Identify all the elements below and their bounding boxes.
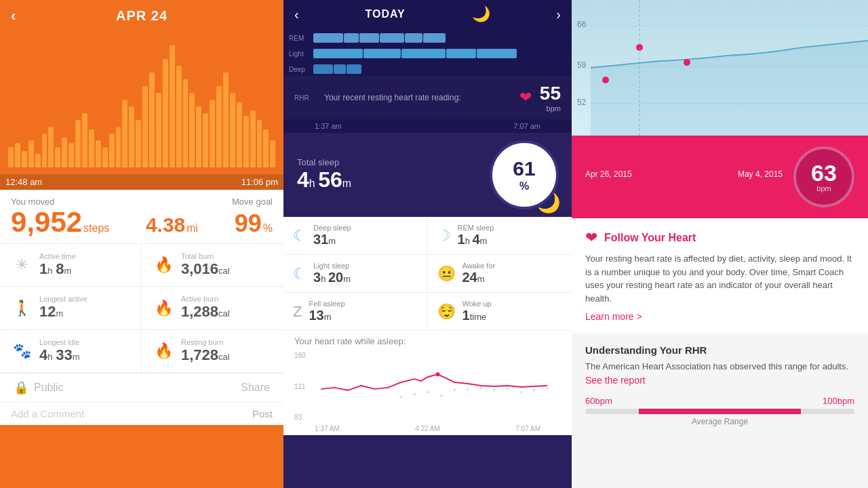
rhr-u-body: The American Heart Association has obser… (585, 360, 854, 388)
rhr-text: Your recent resting heart rate reading: (324, 92, 511, 104)
miles-value: 4.38 (146, 214, 185, 236)
resting-burn-icon: 🔥 (151, 339, 176, 363)
stat-longest-idle-info: Longest idle 4h 33m (39, 338, 80, 364)
stat-active-burn-info: Active burn 1,288cal (181, 295, 230, 321)
follow-body: Your resting heart rate is affected by d… (585, 252, 854, 305)
resting-burn-label: Resting burn (181, 338, 230, 346)
deep-label: Deep (289, 66, 313, 73)
pink-card-content: Apr 26, 2015 May 4, 2015 (585, 169, 783, 184)
woke-up-cell: 😌 Woke up 1time (428, 293, 572, 331)
rem-sleep-icon: ☽ (437, 227, 451, 245)
bar (96, 140, 101, 167)
comment-input[interactable]: Add a Comment (11, 408, 252, 420)
light-sleep-icon: ☾ (293, 265, 307, 283)
bar (35, 154, 41, 167)
fell-asleep-cell: Z Fell asleep 13m (283, 293, 428, 331)
sleep-moon-deco: 🌙 (537, 192, 561, 214)
bar (129, 106, 134, 167)
post-button[interactable]: Post (252, 408, 273, 420)
rhr-understanding-section: Understanding Your RHR The American Hear… (572, 333, 868, 488)
light-label: Light (289, 50, 313, 58)
range-high: 100bpm (823, 396, 854, 406)
bar (170, 45, 175, 167)
rhr-bpm: bpm (540, 104, 561, 113)
svg-point-10 (453, 389, 456, 392)
time-end: 11:06 pm (241, 177, 278, 187)
sleep-times: 1:37 am 7:07 am (283, 119, 572, 133)
bar (42, 134, 47, 167)
total-sleep-info: Total sleep 4h 56m (297, 157, 351, 192)
sleep-start-time: 1:37 am (315, 122, 342, 130)
mid-header: ‹ TODAY 🌙 › (283, 0, 572, 28)
rhr-chart-svg: 66 59 52 (572, 0, 868, 136)
bar (89, 129, 94, 167)
svg-point-9 (439, 394, 442, 397)
sleep-stages: REM Light (289, 31, 566, 76)
activity-bar-chart (0, 32, 283, 174)
rhr-range-labels: 60bpm 100bpm (585, 396, 854, 406)
back-button[interactable]: ‹ (11, 7, 16, 25)
bar (257, 120, 262, 167)
stat-active-time: ✳ Active time 1h 8m (0, 244, 142, 287)
longest-idle-value: 4h 33m (39, 346, 80, 364)
date-title: APR 24 (116, 8, 167, 24)
rem-sleep-cell: ☽ REM sleep 1h 4m (428, 217, 572, 255)
fell-asleep-info: Fell asleep 13m (309, 300, 344, 323)
bar (55, 147, 60, 167)
hr-chart-svg (315, 349, 561, 415)
stat-total-burn: 🔥 Total burn 3,016cal (142, 244, 283, 287)
date-start: Apr 26, 2015 (585, 169, 632, 179)
bar (223, 73, 229, 167)
svg-point-13 (493, 389, 496, 392)
bar (28, 140, 34, 167)
bar (203, 113, 208, 167)
light-sleep-info: Light sleep 3h 20m (313, 262, 351, 285)
bar (183, 79, 189, 167)
next-arrow[interactable]: › (556, 7, 561, 22)
miles-value-group: 4.38mi (146, 214, 198, 237)
sleep-pct-circle: 61% 🌙 (490, 141, 558, 209)
sleep-pct-num: 61 (513, 157, 535, 180)
svg-point-6 (400, 396, 403, 399)
share-button[interactable]: Share (241, 382, 270, 394)
bar (176, 66, 182, 167)
awake-icon: 😐 (437, 265, 456, 283)
rhr-range-fill (639, 409, 800, 414)
woke-up-icon: 😌 (437, 303, 456, 321)
time-start: 12:48 am (5, 177, 42, 187)
steps-section: You moved Move goal 9,952steps 4.38mi 99… (0, 190, 283, 243)
goal-label: Move goal (232, 197, 273, 207)
rem-bars (313, 31, 561, 45)
stat-active-time-info: Active time 1h 8m (39, 252, 76, 278)
bar (210, 100, 215, 167)
rhr-value-group: 55 bpm (540, 83, 561, 113)
light-sleep-cell: ☾ Light sleep 3h 20m (283, 255, 428, 293)
moon-icon: 🌙 (472, 5, 490, 23)
svg-point-16 (533, 389, 536, 392)
bar (196, 106, 201, 167)
time-bar: 12:48 am 11:06 pm (0, 174, 283, 190)
follow-heart-icon: ❤ (585, 229, 597, 247)
prev-arrow[interactable]: ‹ (294, 7, 299, 22)
date-end: May 4, 2015 (738, 169, 783, 179)
svg-point-8 (427, 391, 429, 394)
rhr-section: RHR Your recent resting heart rate readi… (283, 76, 572, 119)
deep-sleep-info: Deep sleep 31m (313, 224, 351, 247)
stat-active-burn: 🔥 Active burn 1,288cal (142, 287, 283, 329)
left-header: ‹ APR 24 (0, 0, 283, 32)
total-burn-icon: 🔥 (151, 253, 176, 277)
bar (8, 147, 14, 167)
left-panel: ‹ APR 24 (0, 0, 283, 488)
rhr-num: 55 (540, 83, 561, 104)
learn-more-link[interactable]: Learn more > (585, 311, 642, 322)
woke-up-info: Woke up 1time (462, 300, 492, 323)
resting-burn-value: 1,728cal (181, 346, 230, 364)
sleep-grid: ☾ Deep sleep 31m ☽ REM sleep 1h 4m ☾ Lig… (283, 217, 572, 331)
bar (163, 59, 168, 167)
see-report-link[interactable]: See the report (585, 375, 646, 386)
stat-resting-burn-info: Resting burn 1,728cal (181, 338, 230, 364)
public-share-group: 🔒 Public (14, 380, 64, 395)
longest-idle-label: Longest idle (39, 338, 80, 346)
longest-active-value: 12m (39, 303, 87, 321)
light-bars (313, 47, 561, 60)
